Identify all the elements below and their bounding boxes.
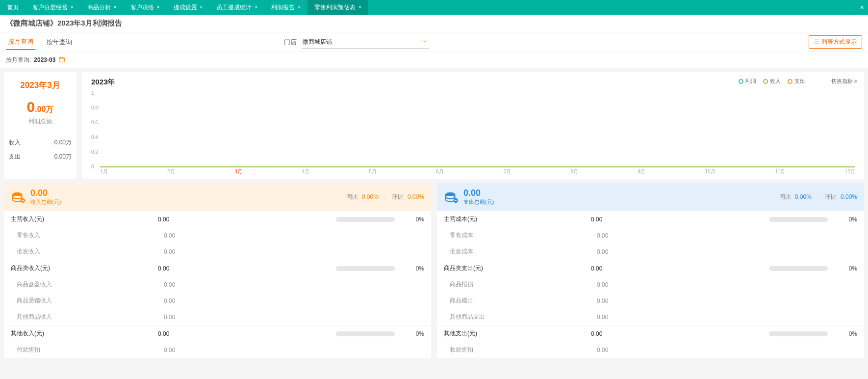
close-tab-icon[interactable]: × — [358, 0, 361, 15]
expense-total-value: 0.00 — [463, 188, 494, 198]
x-tick[interactable]: 7月 — [503, 168, 511, 175]
expense-yoy-value: 0.00% — [795, 193, 812, 200]
expense-icon — [444, 190, 459, 204]
income-yoy-value: 0.00% — [362, 193, 379, 200]
close-tab-icon[interactable]: × — [157, 0, 160, 15]
close-tab-icon[interactable]: × — [200, 0, 203, 15]
y-tick: 1 — [91, 90, 94, 96]
chart-x-axis: 1月2月3月4月5月6月7月8月9月10月11月12月 — [100, 168, 855, 175]
subfilter-label: 按月查询: — [6, 56, 31, 64]
income-icon — [11, 190, 26, 204]
close-icon[interactable]: × — [860, 3, 864, 11]
chevron-down-icon: ﹀ — [422, 38, 428, 46]
summary-card: 2023年3月 0.00万 利润总额 收入0.00万支出0.00万 — [4, 72, 77, 179]
summary-row: 收入0.00万 — [9, 135, 72, 150]
x-tick[interactable]: 1月 — [100, 168, 108, 175]
expense-mom-label: 环比 — [825, 193, 837, 201]
tab-month-query[interactable]: 按月查询 — [6, 34, 35, 50]
store-label: 门店 — [284, 38, 297, 47]
summary-profit-value: 0.00万 — [9, 99, 72, 115]
summary-month: 2023年3月 — [9, 80, 72, 91]
tab-客户联络[interactable]: 客户联络× — [124, 0, 167, 15]
income-header: 0.00 收入总额(元) 同比 0.00% | 环比 0.00% — [4, 183, 431, 211]
sub-filter: 按月查询: 2023-03 — [0, 52, 868, 68]
x-tick[interactable]: 4月 — [302, 168, 309, 175]
filter-bar: 按月查询 | 按年查询 门店 微商城店铺 ﹀ ☰ 列表方式显示 — [0, 32, 868, 52]
separator: | — [41, 39, 43, 46]
chart-axes: 10.80.60.40.20 1月2月3月4月5月6月7月8月9月10月11月1… — [91, 90, 855, 173]
x-tick[interactable]: 10月 — [705, 168, 715, 175]
x-tick[interactable]: 11月 — [775, 168, 785, 175]
topbar: 首页客户分层经营×商品分析×客户联络×提成设置×员工提成统计×利润报告×零售利润… — [0, 0, 868, 15]
group-row: 其他收入(元)0.000% — [4, 325, 431, 342]
page-title: 《微商城店铺》2023年3月利润报告 — [0, 15, 868, 32]
income-yoy-label: 同比 — [346, 193, 358, 201]
group-row: 主营成本(元)0.000% — [437, 211, 864, 227]
group-row: 其他支出(元)0.000% — [437, 325, 864, 342]
legend-item[interactable]: 收入 — [763, 78, 781, 85]
store-select[interactable]: 微商城店铺 ﹀ — [302, 36, 429, 49]
x-tick[interactable]: 6月 — [436, 168, 444, 175]
chart-legend: 利润收入支出 — [739, 78, 805, 85]
sub-row: 其他商品支出0.00 — [437, 309, 864, 325]
income-mom-value: 0.00% — [408, 193, 424, 200]
x-tick[interactable]: 5月 — [369, 168, 377, 175]
tab-零售利润预估表[interactable]: 零售利润预估表× — [307, 0, 368, 15]
calendar-icon[interactable] — [58, 56, 65, 64]
sub-row: 其他商品收入0.00 — [4, 309, 431, 325]
sub-row: 批发成本0.00 — [437, 244, 864, 260]
list-icon: ☰ — [814, 39, 819, 46]
list-btn-label: 列表方式显示 — [821, 38, 857, 46]
income-total-value: 0.00 — [30, 188, 61, 198]
y-tick: 0.6 — [91, 120, 98, 125]
sub-row: 付款折扣0.00 — [4, 342, 431, 358]
subfilter-date: 2023-03 — [34, 56, 55, 63]
close-tab-icon[interactable]: × — [255, 0, 257, 15]
group-row: 商品类支出(元)0.000% — [437, 260, 864, 276]
summary-row: 支出0.00万 — [9, 150, 72, 164]
tab-商品分析[interactable]: 商品分析× — [80, 0, 124, 15]
tab-首页[interactable]: 首页 — [0, 0, 26, 15]
expense-mom-value: 0.00% — [841, 193, 857, 200]
income-total-label: 收入总额(元) — [30, 198, 61, 206]
sub-row: 商品盘盈收入0.00 — [4, 276, 431, 293]
legend-item[interactable]: 利润 — [739, 78, 756, 85]
sub-row: 收款折扣0.00 — [437, 342, 864, 358]
x-tick[interactable]: 9月 — [638, 168, 646, 175]
expense-panel: 0.00 支出总额(元) 同比 0.00% | 环比 0.00% 主营成本(元)… — [437, 183, 864, 358]
store-value: 微商城店铺 — [303, 38, 332, 46]
tab-客户分层经营[interactable]: 客户分层经营× — [26, 0, 80, 15]
y-tick: 0 — [91, 164, 94, 169]
expense-yoy-label: 同比 — [779, 193, 791, 201]
tab-利润报告[interactable]: 利润报告× — [264, 0, 307, 15]
close-tab-icon[interactable]: × — [298, 0, 301, 15]
tab-员工提成统计[interactable]: 员工提成统计× — [209, 0, 264, 15]
group-row: 主营收入(元)0.000% — [4, 211, 431, 227]
svg-rect-0 — [59, 57, 65, 61]
y-tick: 0.4 — [91, 135, 98, 140]
x-tick[interactable]: 12月 — [845, 168, 855, 175]
sub-row: 零售成本0.00 — [437, 227, 864, 244]
sub-row: 商品赠出0.00 — [437, 293, 864, 309]
list-view-button[interactable]: ☰ 列表方式显示 — [809, 35, 862, 49]
income-mom-label: 环比 — [392, 193, 404, 201]
sub-row: 商品受赠收入0.00 — [4, 293, 431, 309]
tab-提成设置[interactable]: 提成设置× — [167, 0, 210, 15]
expense-total-label: 支出总额(元) — [463, 198, 494, 206]
toggle-metric-button[interactable]: 切换指标 > — [831, 78, 857, 85]
x-tick[interactable]: 3月 — [234, 168, 242, 175]
sub-row: 批发收入0.00 — [4, 244, 431, 260]
chart-card: 2023年 利润收入支出 切换指标 > 10.80.60.40.20 1月2月3… — [82, 72, 864, 179]
summary-profit-label: 利润总额 — [9, 117, 72, 126]
close-tab-icon[interactable]: × — [71, 0, 74, 15]
tab-year-query[interactable]: 按年查询 — [45, 35, 74, 50]
expense-header: 0.00 支出总额(元) 同比 0.00% | 环比 0.00% — [437, 183, 864, 211]
chart-zero-line — [100, 166, 855, 167]
chart-title: 2023年 — [91, 78, 115, 87]
x-tick[interactable]: 8月 — [570, 168, 578, 175]
legend-item[interactable]: 支出 — [788, 78, 805, 85]
x-tick[interactable]: 2月 — [167, 168, 175, 175]
income-panel: 0.00 收入总额(元) 同比 0.00% | 环比 0.00% 主营收入(元)… — [4, 183, 431, 358]
sub-row: 商品报损0.00 — [437, 276, 864, 293]
close-tab-icon[interactable]: × — [114, 0, 117, 15]
